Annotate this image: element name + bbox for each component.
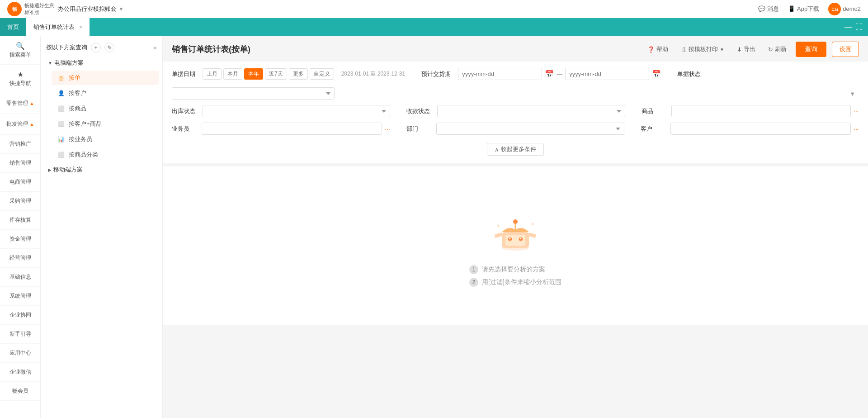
triangle-right-icon: ▶	[48, 167, 52, 172]
avatar: Ea	[828, 3, 841, 15]
sidebar-item-operations[interactable]: 经营管理	[0, 249, 40, 268]
settings-btn[interactable]: 设置	[832, 42, 859, 57]
sidebar-item-search-menu[interactable]: 🔍 搜索菜单	[0, 36, 40, 65]
empty-hint-2: 2 用[过滤]条件来缩小分析范围	[469, 278, 561, 287]
svg-text:畅: 畅	[12, 6, 17, 12]
scheme-by-salesperson[interactable]: 📊 按业务员	[52, 132, 159, 147]
tab-bar: 首页 销售订单统计表 × — ⛶	[0, 18, 868, 36]
sidebar-item-inventory[interactable]: 库存核算	[0, 211, 40, 230]
sidebar-item-quick-nav[interactable]: ★ 快捷导航	[0, 65, 40, 93]
more-date-btn[interactable]: 更多	[289, 68, 308, 80]
this-month-btn[interactable]: 本月	[223, 68, 242, 80]
user-menu[interactable]: Ea demo2	[828, 3, 861, 15]
customer-input-group: ···	[670, 123, 859, 135]
product-dots[interactable]: ···	[854, 108, 859, 115]
message-btn[interactable]: 💬 消息	[758, 5, 779, 13]
payment-status-select[interactable]	[437, 105, 625, 117]
help-btn[interactable]: ❓ 帮助	[644, 43, 672, 55]
page-actions: ❓ 帮助 🖨 按模板打印 ▼ ⬇ 导出 ↻ 刷新 查询 设置	[644, 42, 859, 57]
department-select[interactable]	[436, 123, 625, 135]
last-7-days-btn[interactable]: 近7天	[265, 68, 287, 80]
date-range-text: 2023-01-01 至 2023-12-31	[341, 70, 405, 78]
empty-hint-1: 1 请先选择要分析的方案	[469, 265, 561, 274]
date-label: 单据日期	[172, 70, 195, 78]
svg-text:✦: ✦	[496, 223, 500, 228]
sidebar-item-member[interactable]: 畅会员	[0, 382, 40, 401]
sidebar-item-marketing[interactable]: 营销推广	[0, 135, 40, 154]
top-header: 畅 畅捷通好生意 标准版 办公用品行业模拟账套 ▼ 💬 消息 📱 App下载 E…	[0, 0, 868, 18]
collapse-icon: ∧	[495, 146, 499, 153]
customer-dots[interactable]: ···	[854, 125, 859, 133]
product-input[interactable]	[671, 105, 851, 117]
collapse-more-btn[interactable]: ∧ 收起更多条件	[487, 143, 544, 156]
logo-icon: 畅	[7, 2, 22, 16]
app-download-btn[interactable]: 📱 App下载	[788, 5, 819, 13]
add-scheme-btn[interactable]: +	[91, 43, 101, 52]
sidebar-item-retail[interactable]: 零售管理 ▲	[0, 93, 40, 114]
tab-bar-actions: — ⛶	[844, 23, 868, 31]
expected-delivery-end-input[interactable]	[565, 68, 649, 80]
tab-close-icon[interactable]: ×	[79, 24, 82, 30]
salesperson-input-group: ···	[202, 123, 390, 135]
date-quick-btns: 上月 本月 本年 近7天 更多 自定义	[203, 68, 334, 80]
sidebar-item-finance[interactable]: 资金管理	[0, 230, 40, 249]
logo-text: 畅捷通好生意 标准版	[24, 2, 54, 15]
edit-scheme-btn[interactable]: ✎	[104, 43, 114, 52]
scheme-by-product[interactable]: ⬜ 按商品	[52, 101, 159, 116]
scheme-by-customer-product[interactable]: ⬜ 按客户+商品	[52, 117, 159, 131]
sidebar-item-enterprise[interactable]: 企业协同	[0, 306, 40, 325]
status-select-wrapper: ▼	[172, 87, 859, 100]
print-icon: 🖨	[681, 46, 687, 53]
maximize-btn[interactable]: ⛶	[855, 23, 863, 31]
sidebar-item-system[interactable]: 系统管理	[0, 287, 40, 306]
mobile-schemes-header[interactable]: ▶ 移动端方案	[44, 163, 159, 176]
print-dropdown-icon: ▼	[720, 47, 724, 52]
calendar-end-icon[interactable]: 📅	[652, 70, 661, 78]
delivery-status-wrapper	[203, 105, 390, 117]
template-print-btn[interactable]: 🖨 按模板打印 ▼	[677, 43, 728, 55]
sidebar-item-wechat[interactable]: 企业微信	[0, 363, 40, 382]
salesperson-input[interactable]	[202, 123, 382, 135]
sidebar-item-sales[interactable]: 销售管理	[0, 154, 40, 173]
svg-rect-8	[520, 238, 521, 239]
by-customer-icon: 👤	[57, 89, 65, 97]
filter-row-1: 单据日期 上月 本月 本年 近7天 更多 自定义 2023-01-01 至 20…	[172, 68, 859, 100]
sidebar-item-ecommerce[interactable]: 电商管理	[0, 173, 40, 192]
scheme-by-product-category[interactable]: ⬜ 按商品分类	[52, 147, 159, 162]
expected-delivery-start-input[interactable]	[458, 68, 542, 80]
tab-home[interactable]: 首页	[0, 18, 26, 36]
pc-schemes-section: ▼ 电脑端方案 ◎ 按单 👤 按客户 ⬜ 按商品 ⬜ 按客户+商品	[41, 56, 162, 162]
collapse-panel-btn[interactable]: «	[153, 44, 157, 51]
sidebar-item-app-center[interactable]: 应用中心	[0, 344, 40, 363]
refresh-btn[interactable]: ↻ 刷新	[764, 43, 790, 55]
pc-schemes-header[interactable]: ▼ 电脑端方案	[44, 56, 159, 70]
message-icon: 💬	[758, 5, 765, 12]
scheme-by-customer[interactable]: 👤 按客户	[52, 86, 159, 100]
export-btn[interactable]: ⬇ 导出	[733, 43, 759, 55]
custom-date-btn[interactable]: 自定义	[310, 68, 334, 80]
breadcrumb-dropdown-icon[interactable]: ▼	[118, 6, 124, 12]
sidebar-item-purchase[interactable]: 采购管理	[0, 192, 40, 211]
page-title: 销售订单统计表(按单)	[172, 44, 250, 55]
salesperson-dots[interactable]: ···	[385, 125, 390, 133]
filter-row-3: 业务员 ··· 部门 客户 ···	[172, 123, 859, 135]
scheme-by-order[interactable]: ◎ 按单	[52, 71, 159, 85]
calendar-start-icon[interactable]: 📅	[545, 70, 554, 78]
status-select[interactable]	[172, 87, 335, 100]
sidebar-item-newbie[interactable]: 新手引导	[0, 325, 40, 344]
query-btn[interactable]: 查询	[796, 42, 826, 57]
delivery-status-select[interactable]	[203, 105, 390, 117]
tab-sales-order-stats[interactable]: 销售订单统计表 ×	[26, 18, 90, 36]
minimize-btn[interactable]: —	[844, 23, 852, 31]
empty-icon: ✦ ✦ ✦	[488, 205, 542, 256]
this-year-btn[interactable]: 本年	[244, 68, 263, 80]
mobile-schemes-section: ▶ 移动端方案	[41, 163, 162, 176]
export-icon: ⬇	[737, 46, 742, 53]
sidebar-item-basics[interactable]: 基础信息	[0, 268, 40, 287]
customer-input[interactable]	[670, 123, 851, 135]
breadcrumb[interactable]: 办公用品行业模拟账套 ▼	[58, 5, 124, 13]
last-month-btn[interactable]: 上月	[203, 68, 222, 80]
left-panel: 按以下方案查询 + ✎ « ▼ 电脑端方案 ◎ 按单 👤 按客户 ⬜	[41, 36, 163, 418]
status-label: 单据状态	[677, 70, 701, 78]
sidebar-item-wholesale[interactable]: 批发管理 ▲	[0, 114, 40, 135]
